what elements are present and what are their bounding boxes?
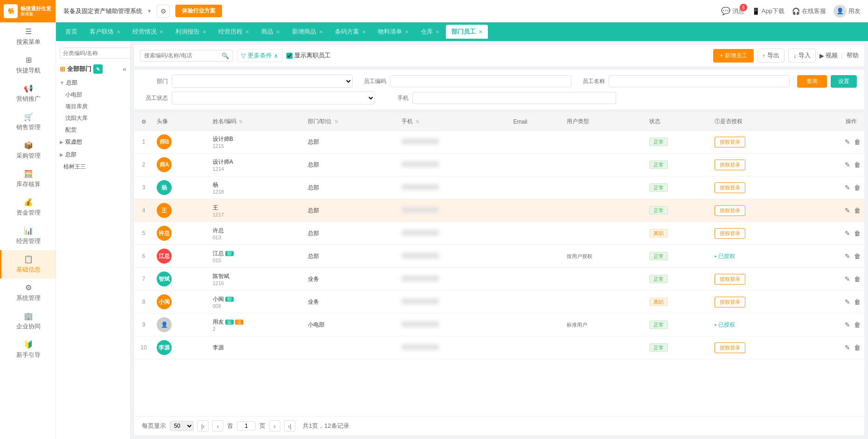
col-dept[interactable]: 部门/职位 ⇅ <box>304 113 398 131</box>
navtab-close-operation[interactable]: ✕ <box>160 29 163 35</box>
help-btn[interactable]: 帮助 <box>847 51 859 60</box>
col-phone[interactable]: 手机 ⇅ <box>398 113 509 131</box>
navtab-close-barcode[interactable]: ✕ <box>362 29 366 35</box>
delete-btn[interactable]: 🗑 <box>854 298 861 306</box>
auth-btn[interactable]: 授权登录 <box>715 205 745 216</box>
delete-btn[interactable]: 🗑 <box>854 207 861 214</box>
auth-btn[interactable]: 授权登录 <box>715 342 745 353</box>
tree-search-input[interactable] <box>60 48 131 59</box>
user-area[interactable]: 👤 用友 <box>833 5 861 18</box>
auth-btn[interactable]: 授权登录 <box>715 182 745 193</box>
app-download-btn[interactable]: 📱 App下载 <box>752 7 785 15</box>
sidebar-item-basic[interactable]: 📋基础信息 <box>0 250 56 279</box>
navtab-close-profit[interactable]: ✕ <box>202 29 206 35</box>
sidebar-item-search[interactable]: ☰搜索菜单 <box>0 22 56 51</box>
edit-btn[interactable]: ✎ <box>845 275 850 283</box>
auth-btn[interactable]: 授权登录 <box>715 274 745 285</box>
sidebar-item-operation[interactable]: 📊经营管理 <box>0 222 56 250</box>
navtab-profit[interactable]: 利润报告✕ <box>170 25 212 39</box>
export-btn[interactable]: ↑ 导出 <box>757 49 785 63</box>
navtab-home[interactable]: 首页 <box>60 25 83 39</box>
sidebar-item-purchase[interactable]: 📦采购管理 <box>0 136 56 165</box>
navtab-warehouse[interactable]: 仓库✕ <box>415 25 445 39</box>
resigned-checkbox[interactable] <box>286 53 292 59</box>
edit-btn[interactable]: ✎ <box>845 344 850 351</box>
table-scroll[interactable]: ⚙ 头像 姓名/编码 ⇅ 部门/职位 ⇅ 手机 ⇅ Email 用户类型 状态 … <box>134 113 864 416</box>
last-page-btn[interactable]: ›| <box>284 420 295 432</box>
delete-btn[interactable]: 🗑 <box>854 275 861 283</box>
tree-group-title-总部[interactable]: ▶ 总部 <box>56 148 130 161</box>
status-select[interactable] <box>172 91 375 105</box>
emp-code-input[interactable] <box>390 75 571 87</box>
navtab-customer[interactable]: 客户联络✕ <box>84 25 126 39</box>
navtab-close-goods[interactable]: ✕ <box>276 29 280 35</box>
query-btn[interactable]: 查询 <box>797 75 827 88</box>
auth-btn[interactable]: 授权登录 <box>715 228 745 239</box>
col-name[interactable]: 姓名/编码 ⇅ <box>209 113 304 131</box>
next-page-btn[interactable]: › <box>269 420 280 432</box>
sidebar-item-guide[interactable]: 🔰新手引导 <box>0 335 56 364</box>
sidebar-item-inventory[interactable]: 🧮库存核算 <box>0 165 56 193</box>
navtab-close-biz-process[interactable]: ✕ <box>245 29 249 35</box>
navtab-goods[interactable]: 商品✕ <box>256 25 285 39</box>
col-settings[interactable]: ⚙ <box>134 113 153 131</box>
tree-group-title-总部[interactable]: ▼ 总部 <box>56 77 130 89</box>
navtab-close-customer[interactable]: ✕ <box>117 29 120 35</box>
phone-input[interactable] <box>412 92 616 104</box>
navtab-dept-staff[interactable]: 部门员工✕ <box>446 25 488 39</box>
show-resigned-check[interactable]: 显示离职员工 <box>286 51 331 60</box>
page-number-input[interactable] <box>237 421 256 431</box>
tree-edit-btn[interactable]: ✎ <box>93 64 103 74</box>
topbar-settings-btn[interactable]: ⚙ <box>157 5 170 18</box>
delete-btn[interactable]: 🗑 <box>854 321 861 328</box>
search-input[interactable] <box>144 52 219 59</box>
auth-btn[interactable]: 授权登录 <box>715 297 745 307</box>
tree-group-title-双虚想[interactable]: ▶ 双虚想 <box>56 136 130 148</box>
tree-item-配货[interactable]: 配货 <box>56 124 130 136</box>
edit-btn[interactable]: ✎ <box>845 252 850 260</box>
delete-btn[interactable]: 🗑 <box>854 184 861 191</box>
delete-btn[interactable]: 🗑 <box>854 252 861 260</box>
tree-item-小电部[interactable]: 小电部 <box>56 89 130 101</box>
navtab-new-goods[interactable]: 新增商品✕ <box>286 25 328 39</box>
navtab-operation[interactable]: 经营情况✕ <box>127 25 169 39</box>
tree-item-zhishuwangsan[interactable]: 植树王三 <box>56 161 130 173</box>
tree-item-沈阳大库[interactable]: 沈阳大库 <box>56 112 130 124</box>
edit-btn[interactable]: ✎ <box>845 230 850 237</box>
import-btn[interactable]: ↓ 导入 <box>788 49 816 63</box>
trial-btn[interactable]: 体验行业方案 <box>175 5 222 17</box>
first-page-btn[interactable]: |‹ <box>197 420 208 432</box>
sidebar-item-sales[interactable]: 🛒销售管理 <box>0 108 56 136</box>
online-service-btn[interactable]: 🎧 在线客服 <box>792 7 826 15</box>
navtab-biz-process[interactable]: 经营历程✕ <box>213 25 255 39</box>
edit-btn[interactable]: ✎ <box>845 184 850 191</box>
navtab-barcode[interactable]: 条码方案✕ <box>329 25 371 39</box>
edit-btn[interactable]: ✎ <box>845 161 850 168</box>
search-icon[interactable]: 🔍 <box>222 52 229 59</box>
delete-btn[interactable]: 🗑 <box>854 344 861 351</box>
navtab-close-new-goods[interactable]: ✕ <box>319 29 323 35</box>
more-conditions-btn[interactable]: ▽ 更多条件 ∧ <box>237 49 283 62</box>
tree-item-项目库房[interactable]: 项目库房 <box>56 101 130 112</box>
auth-btn[interactable]: 授权登录 <box>715 160 745 170</box>
emp-name-input[interactable] <box>609 75 790 87</box>
delete-btn[interactable]: 🗑 <box>854 161 861 168</box>
per-page-select[interactable]: 50 20 100 <box>170 421 194 431</box>
sidebar-item-finance[interactable]: 💰资金管理 <box>0 193 56 222</box>
edit-btn[interactable]: ✎ <box>845 138 850 146</box>
navtab-close-dept-staff[interactable]: ✕ <box>479 29 482 35</box>
auth-btn[interactable]: 授权登录 <box>715 137 745 147</box>
dept-select[interactable] <box>172 75 353 88</box>
sidebar-item-marketing[interactable]: 📢营销推广 <box>0 79 56 108</box>
view-btn[interactable]: ▶ 视频 <box>819 51 838 60</box>
message-btn[interactable]: 💬 5 消息 <box>721 7 744 15</box>
add-employee-btn[interactable]: + 新增员工 <box>713 49 753 63</box>
navtab-close-material[interactable]: ✕ <box>405 29 409 35</box>
navtab-close-warehouse[interactable]: ✕ <box>436 29 439 35</box>
delete-btn[interactable]: 🗑 <box>854 230 861 237</box>
tree-collapse-btn[interactable]: « <box>123 65 126 73</box>
sidebar-item-enterprise[interactable]: 🏢企业协同 <box>0 307 56 335</box>
navtab-material[interactable]: 物料清单✕ <box>372 25 414 39</box>
delete-btn[interactable]: 🗑 <box>854 138 861 146</box>
set-btn[interactable]: 设置 <box>831 75 857 88</box>
